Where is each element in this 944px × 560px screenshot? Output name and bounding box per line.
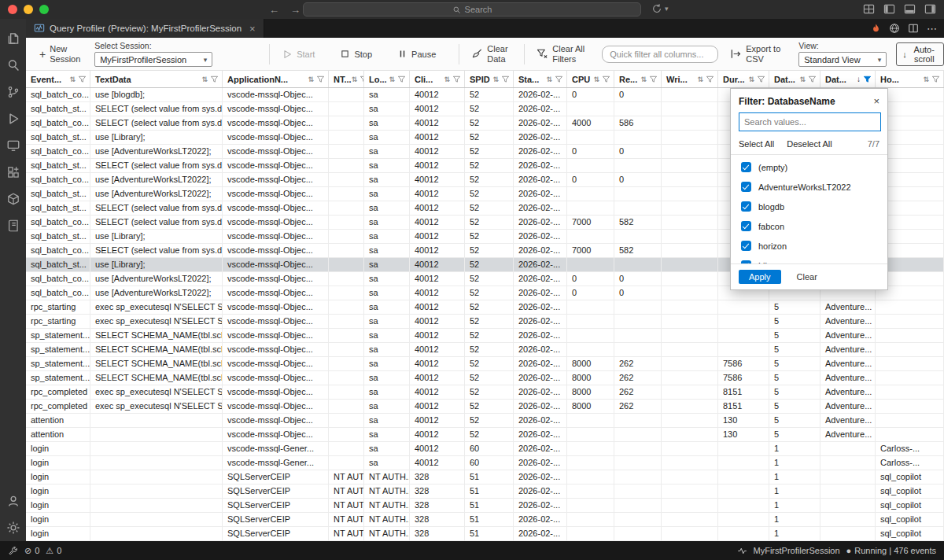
column-header[interactable]: ApplicationN...⇅: [223, 71, 329, 87]
column-header[interactable]: CPU⇅: [567, 71, 614, 87]
checkbox-checked-icon[interactable]: [741, 162, 751, 172]
column-header[interactable]: Dat...↓: [820, 71, 876, 87]
zoom-window-button[interactable]: [39, 5, 49, 14]
sort-icon[interactable]: ⇅: [923, 76, 929, 83]
column-header[interactable]: Wri...⇅: [662, 71, 718, 87]
sort-icon[interactable]: ⇅: [201, 76, 208, 83]
stop-button[interactable]: Stop: [337, 47, 374, 61]
flame-icon[interactable]: [871, 23, 881, 34]
apply-button[interactable]: Apply: [739, 270, 781, 284]
toggle-panel-bottom-icon[interactable]: [904, 3, 916, 15]
search-view-icon[interactable]: [0, 52, 26, 79]
export-csv-button[interactable]: Export to CSV: [728, 42, 789, 65]
sort-icon[interactable]: ⇅: [697, 76, 703, 83]
filter-icon[interactable]: [602, 75, 610, 83]
session-status-item[interactable]: MyFirstProfilerSession: [754, 546, 840, 555]
run-status-item[interactable]: ● Running | 476 events: [846, 546, 936, 555]
sort-icon[interactable]: ⇅: [748, 76, 754, 83]
filter-icon[interactable]: [210, 75, 219, 83]
customize-layout-icon[interactable]: [863, 3, 875, 15]
filter-icon[interactable]: [78, 75, 87, 83]
sort-icon[interactable]: ⇅: [492, 76, 499, 83]
column-header[interactable]: Dat...⇅: [769, 71, 820, 87]
close-tab-icon[interactable]: ×: [249, 23, 256, 35]
extensions-icon[interactable]: [0, 159, 26, 186]
run-debug-icon[interactable]: [0, 105, 26, 132]
filter-option[interactable]: (empty): [731, 157, 887, 177]
sort-icon[interactable]: ⇅: [546, 76, 552, 83]
globe-icon[interactable]: [889, 23, 900, 34]
column-header[interactable]: Re...⇅: [614, 71, 662, 87]
checkbox-checked-icon[interactable]: [741, 201, 751, 212]
table-row[interactable]: sp_statement...SELECT SCHEMA_NAME(tbl.sc…: [26, 343, 944, 357]
column-header[interactable]: Ho...⇅: [876, 71, 944, 87]
sync-control[interactable]: ▾: [651, 3, 669, 14]
filter-icon[interactable]: [555, 75, 563, 83]
clear-filter-button[interactable]: Clear: [792, 270, 822, 284]
table-row[interactable]: loginSQLServerCEIPNT AUTH...NT AUTH...32…: [26, 470, 944, 484]
table-row[interactable]: rpc_completedexec sp_executesql N'SELECT…: [26, 400, 944, 414]
start-button[interactable]: Start: [279, 47, 317, 61]
table-row[interactable]: loginSQLServerCEIPNT AUTH...NT AUTH...32…: [26, 527, 944, 541]
column-header[interactable]: Event...⇅: [26, 71, 90, 87]
table-row[interactable]: loginSQLServerCEIPNT AUTH...NT AUTH...32…: [26, 499, 944, 513]
problems-indicator[interactable]: ⊘ 0 ⚠ 0: [24, 546, 61, 556]
checkbox-checked-icon[interactable]: [741, 241, 751, 251]
sort-icon[interactable]: ↓: [857, 75, 861, 83]
filter-search-input[interactable]: [739, 112, 881, 131]
tools-indicator[interactable]: [8, 546, 18, 556]
split-editor-icon[interactable]: [908, 23, 919, 34]
column-header[interactable]: Lo...⇅: [364, 71, 410, 87]
column-header[interactable]: Sta...⇅: [514, 71, 567, 87]
sort-icon[interactable]: ⇅: [593, 76, 599, 83]
table-row[interactable]: attentionvscode-mssql-Objec...sa40012522…: [26, 414, 944, 428]
table-row[interactable]: sp_statement...SELECT SCHEMA_NAME(tbl.sc…: [26, 371, 944, 385]
sort-icon[interactable]: ⇅: [640, 76, 647, 83]
view-select[interactable]: Standard View ▾: [798, 52, 887, 67]
tab-query-profiler[interactable]: Query Profiler (Preview): MyFirstProfile…: [26, 19, 264, 38]
package-icon[interactable]: [0, 186, 26, 212]
more-actions-icon[interactable]: ⋯: [927, 23, 937, 35]
close-icon[interactable]: ×: [873, 95, 879, 107]
filter-icon[interactable]: [808, 75, 817, 83]
table-row[interactable]: rpc_startingexec sp_executesql N'SELECT …: [26, 300, 944, 315]
close-window-button[interactable]: [8, 5, 17, 14]
new-session-button[interactable]: + New Session: [37, 42, 85, 65]
filter-option[interactable]: Library: [731, 256, 887, 263]
filter-icon[interactable]: [931, 75, 940, 83]
account-icon[interactable]: [0, 488, 26, 514]
sort-icon[interactable]: ⇅: [308, 76, 314, 83]
column-header[interactable]: TextData⇅: [90, 71, 223, 87]
filter-icon[interactable]: [452, 75, 461, 83]
table-row[interactable]: sp_statement...SELECT SCHEMA_NAME(tbl.sc…: [26, 357, 944, 371]
select-all-button[interactable]: Select All: [739, 139, 774, 149]
remote-explorer-icon[interactable]: [0, 132, 26, 159]
table-row[interactable]: rpc_startingexec sp_executesql N'SELECT …: [26, 315, 944, 329]
filter-option[interactable]: horizon: [731, 236, 887, 256]
filter-option[interactable]: fabcon: [731, 216, 887, 236]
quick-filter-input[interactable]: [602, 46, 718, 63]
checkbox-checked-icon[interactable]: [741, 260, 751, 263]
toggle-sidebar-left-icon[interactable]: [883, 3, 895, 15]
filter-icon[interactable]: [706, 75, 714, 83]
sort-icon[interactable]: ⇅: [799, 76, 806, 83]
clear-all-filters-button[interactable]: Clear All Filters: [534, 42, 592, 65]
table-row[interactable]: sp_statement...SELECT SCHEMA_NAME(tbl.sc…: [26, 329, 944, 343]
clear-data-button[interactable]: Clear Data: [469, 42, 514, 65]
filter-icon[interactable]: [649, 75, 658, 83]
column-header[interactable]: Cli...⇅: [410, 71, 465, 87]
filter-icon[interactable]: [757, 75, 765, 83]
filter-icon[interactable]: [316, 75, 325, 83]
checkbox-checked-icon[interactable]: [741, 182, 751, 192]
column-header[interactable]: NT...⇅: [329, 71, 364, 87]
table-row[interactable]: loginvscode-mssql-Gener...sa40012602026-…: [26, 442, 944, 456]
session-select[interactable]: MyFirstProfilerSession ▾: [94, 52, 212, 67]
table-row[interactable]: loginSQLServerCEIPNT AUTH...NT AUTH...32…: [26, 513, 944, 527]
sort-icon[interactable]: ⇅: [389, 76, 395, 83]
source-control-icon[interactable]: [0, 79, 26, 105]
sort-icon[interactable]: ⇅: [444, 76, 450, 83]
minimize-window-button[interactable]: [24, 5, 33, 14]
table-row[interactable]: attentionvscode-mssql-Objec...sa40012522…: [26, 428, 944, 442]
explorer-icon[interactable]: [0, 25, 26, 52]
filter-icon[interactable]: [397, 75, 406, 83]
